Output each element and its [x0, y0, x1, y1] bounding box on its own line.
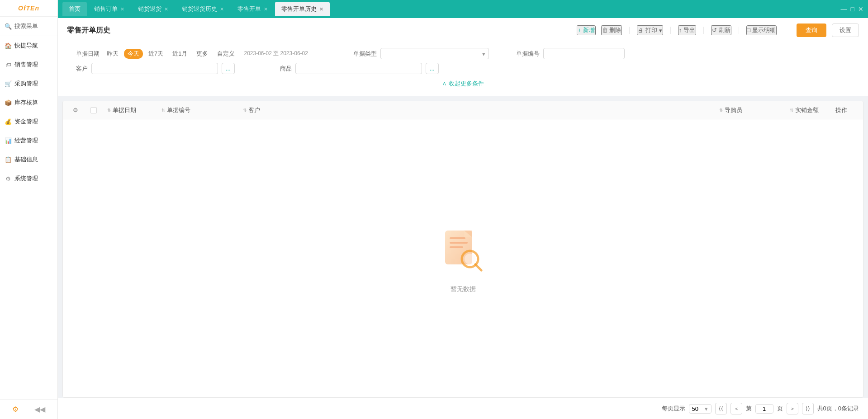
tab-retail-open-close[interactable]: ✕: [264, 6, 268, 12]
sort-number-icon[interactable]: ⇅: [161, 108, 165, 113]
table-body: 暂无数据: [63, 119, 863, 397]
display-button[interactable]: □ 显示明细: [746, 25, 777, 35]
export-button[interactable]: ↑ 导出: [678, 25, 696, 35]
maximize-button[interactable]: □: [851, 5, 854, 13]
filter-row-2: 客户 ... 商品 ...: [67, 61, 859, 76]
goods-ellipsis-button[interactable]: ...: [426, 63, 439, 74]
svg-point-7: [465, 254, 475, 264]
tab-retail-open-history-close[interactable]: ✕: [319, 6, 323, 12]
date-tab-more[interactable]: 更多: [193, 49, 212, 59]
query-button[interactable]: 查询: [797, 24, 826, 37]
date-tab-last7[interactable]: 近7天: [145, 49, 167, 59]
tab-sales-return-history[interactable]: 销货退货历史 ✕: [175, 2, 230, 16]
filter-date: 单据日期 昨天 今天 近7天 近1月 更多 自定义 2023-06-02 至 2…: [76, 49, 308, 59]
tab-home[interactable]: 首页: [62, 2, 87, 16]
collapse-button[interactable]: ∧ 收起更多条件: [442, 78, 484, 89]
th-settings[interactable]: ⚙: [66, 103, 85, 117]
sidebar-item-label: 资金管理: [14, 118, 38, 126]
sidebar-item-quick-nav[interactable]: 🏠 快捷导航: [0, 36, 57, 55]
sidebar-search[interactable]: 🔍 搜索采单: [0, 17, 57, 36]
filter-row-1: 单据日期 昨天 今天 近7天 近1月 更多 自定义 2023-06-02 至 2…: [67, 46, 859, 61]
doc-type-select[interactable]: [380, 48, 489, 59]
sort-amount-icon[interactable]: ⇅: [790, 108, 793, 113]
page-input[interactable]: [755, 404, 773, 414]
set-button[interactable]: 设置: [832, 24, 859, 37]
tab-sales-return[interactable]: 销货退货 ✕: [132, 2, 175, 16]
svg-rect-2: [450, 242, 468, 244]
sidebar-item-basic-info[interactable]: 📋 基础信息: [0, 150, 57, 169]
sidebar-item-label: 系统管理: [14, 174, 38, 183]
sidebar-item-inventory[interactable]: 📦 库存核算: [0, 93, 57, 112]
th-number: ⇅ 单据编号: [157, 103, 238, 118]
sidebar-search-label: 搜索采单: [14, 22, 38, 30]
sidebar-item-purchase-mgmt[interactable]: 🛒 采购管理: [0, 74, 57, 93]
brand-logo: OfTEn: [0, 0, 57, 17]
svg-rect-1: [450, 237, 465, 239]
toolbar-divider3: [703, 27, 704, 34]
collapse-sidebar-icon[interactable]: ◀◀: [34, 405, 45, 414]
total-info: 共0页，0条记录: [817, 405, 859, 413]
close-button[interactable]: ✕: [858, 5, 863, 13]
first-page-button[interactable]: ⟨⟨: [715, 403, 727, 414]
minimize-button[interactable]: —: [841, 5, 847, 13]
warehouse-icon: 📦: [5, 99, 12, 106]
tab-sales-return-history-close[interactable]: ✕: [220, 6, 224, 12]
money-icon: 💰: [5, 118, 12, 125]
tab-sales-return-close[interactable]: ✕: [164, 6, 168, 12]
per-page-select[interactable]: 50 10 20 100: [689, 404, 711, 414]
sidebar-item-operations[interactable]: 📊 经营管理: [0, 131, 57, 150]
sidebar-item-sys-mgmt[interactable]: ⚙ 系统管理: [0, 169, 57, 188]
home-icon: 🏠: [5, 42, 12, 49]
filter-area: 单据日期 昨天 今天 近7天 近1月 更多 自定义 2023-06-02 至 2…: [67, 42, 859, 96]
toolbar: + 新增 🗑 删除 🖨 打印 ▾ ↑ 导出: [577, 24, 859, 37]
date-tab-last-month[interactable]: 近1月: [169, 49, 191, 59]
filter-customer-label: 客户: [76, 65, 88, 73]
th-amount: ⇅ 实销金额: [769, 103, 823, 118]
info-icon: 📋: [5, 156, 12, 163]
settings-bottom-icon[interactable]: ⚙: [12, 405, 19, 414]
tab-retail-open[interactable]: 零售开单 ✕: [231, 2, 274, 16]
date-tab-custom[interactable]: 自定义: [213, 49, 238, 59]
print-dropdown-icon: ▾: [659, 27, 662, 34]
next-page-button[interactable]: ＞: [787, 403, 798, 414]
tab-sales-order-close[interactable]: ✕: [120, 6, 124, 12]
add-button[interactable]: + 新增: [577, 25, 595, 35]
sidebar-item-sales-mgmt[interactable]: 🏷 销售管理: [0, 55, 57, 74]
filter-collapse-row: ∧ 收起更多条件: [67, 76, 859, 91]
empty-state-icon: [436, 224, 490, 278]
svg-rect-3: [450, 246, 463, 248]
sort-guide-icon[interactable]: ⇅: [719, 108, 723, 113]
filter-date-label: 单据日期: [76, 50, 100, 58]
sidebar-item-finance[interactable]: 💰 资金管理: [0, 112, 57, 131]
prev-page-button[interactable]: ＜: [730, 403, 742, 414]
page-title: 零售开单历史: [67, 26, 110, 35]
filter-goods: 商品 ...: [280, 63, 439, 74]
tab-home-label: 首页: [69, 5, 81, 13]
date-tab-yesterday[interactable]: 昨天: [103, 49, 122, 59]
per-page-label: 每页显示: [662, 405, 685, 413]
toolbar-divider4: [739, 27, 739, 34]
sort-customer-icon[interactable]: ⇅: [243, 108, 247, 113]
customer-ellipsis-button[interactable]: ...: [222, 63, 235, 74]
select-all-checkbox[interactable]: [90, 107, 97, 113]
date-tabs: 昨天 今天 近7天 近1月 更多 自定义: [103, 49, 238, 59]
date-tab-today[interactable]: 今天: [124, 49, 143, 59]
th-customer: ⇅ 客户: [238, 103, 715, 118]
doc-number-input[interactable]: [543, 48, 625, 59]
date-range-display: 2023-06-02 至 2023-06-02: [244, 50, 308, 57]
pagination: 每页显示 50 10 20 100 ⟨⟨ ＜ 第 页 ＞ ⟩⟩ 共0页，0条记录: [58, 398, 868, 419]
chart-icon: 📊: [5, 137, 12, 144]
delete-button[interactable]: 🗑 删除: [601, 25, 622, 35]
filter-doc-type-label: 单据类型: [353, 50, 377, 58]
filter-doc-number: 单据编号: [516, 48, 625, 59]
goods-input[interactable]: [295, 63, 422, 74]
sort-date-icon[interactable]: ⇅: [107, 108, 111, 113]
th-date: ⇅ 单据日期: [103, 103, 157, 118]
tab-retail-open-history[interactable]: 零售开单历史 ✕: [275, 2, 330, 16]
print-button[interactable]: 🖨 打印 ▾: [637, 25, 663, 35]
tab-sales-order[interactable]: 销售订单 ✕: [88, 2, 131, 16]
tag-icon: 🏷: [5, 61, 12, 68]
last-page-button[interactable]: ⟩⟩: [802, 403, 814, 414]
refresh-button[interactable]: ↺ 刷新: [711, 25, 731, 35]
customer-input[interactable]: [91, 63, 218, 74]
